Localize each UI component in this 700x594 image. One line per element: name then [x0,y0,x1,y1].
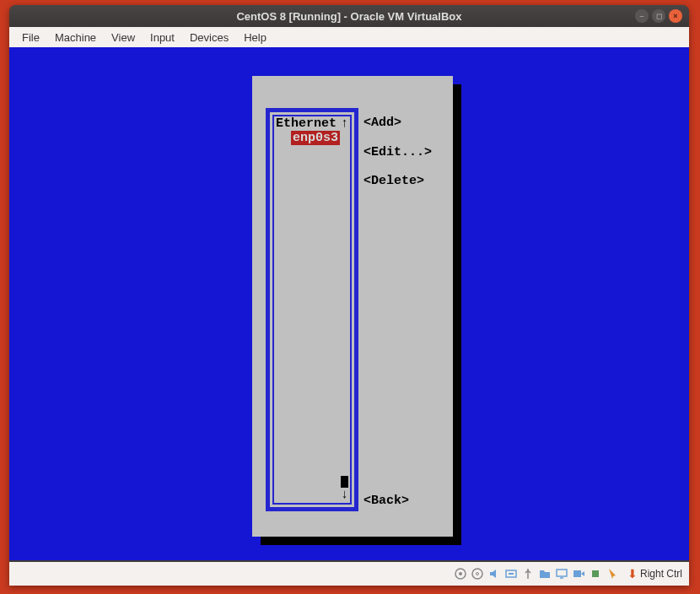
scroll-down-arrow-icon[interactable]: ↓ [341,488,348,502]
svg-point-2 [472,569,482,579]
connection-type-heading: Ethernet [274,116,337,131]
host-key-indicator[interactable]: ⬇ Right Ctrl [627,567,682,580]
scroll-up-arrow-icon[interactable]: ↑ [341,116,350,131]
host-key-arrow-icon: ⬇ [627,567,638,580]
window-titlebar: CentOS 8 [Running] - Oracle VM VirtualBo… [9,5,689,27]
optical-icon[interactable] [471,567,485,581]
display-icon[interactable] [555,567,569,581]
shared-folder-icon[interactable] [538,567,552,581]
nmtui-dialog: Ethernet ↑ enp0s3 ↓ <Add> <Edit...> <Del… [252,76,453,537]
svg-rect-5 [509,573,514,575]
minimize-icon[interactable]: – [635,9,649,23]
maximize-icon[interactable]: ◻ [652,9,665,23]
menu-view[interactable]: View [104,29,143,46]
connection-list-frame: Ethernet ↑ enp0s3 ↓ [266,108,358,511]
host-key-label: Right Ctrl [640,568,682,580]
mouse-integration-icon[interactable] [606,567,620,581]
svg-rect-6 [557,570,567,576]
back-button[interactable]: <Back> [363,494,409,508]
add-button[interactable]: <Add> [363,116,432,131]
scrollbar-thumb[interactable] [341,476,348,488]
audio-icon[interactable] [487,567,502,581]
usb-icon[interactable] [521,567,536,581]
statusbar: ⬇ Right Ctrl [9,562,689,586]
menu-file[interactable]: File [14,29,47,46]
menu-help[interactable]: Help [236,29,274,46]
menubar: File Machine View Input Devices Help [9,27,689,47]
svg-rect-8 [592,570,599,577]
network-icon[interactable] [504,567,519,581]
close-icon[interactable]: × [669,9,682,23]
svg-rect-7 [573,570,581,577]
edit-button[interactable]: <Edit...> [363,146,432,160]
svg-point-1 [459,572,462,575]
delete-button[interactable]: <Delete> [363,175,432,189]
svg-point-3 [477,573,479,575]
vm-display: Ethernet ↑ enp0s3 ↓ <Add> <Edit...> <Del… [9,47,689,560]
window-title: CentOS 8 [Running] - Oracle VM VirtualBo… [236,10,461,23]
connection-item-selected[interactable]: enp0s3 [291,131,340,145]
cpu-icon[interactable] [589,567,603,581]
action-buttons: <Add> <Edit...> <Delete> [363,116,432,204]
virtualbox-window: CentOS 8 [Running] - Oracle VM VirtualBo… [9,5,689,586]
connection-list[interactable]: Ethernet ↑ enp0s3 ↓ [272,115,352,505]
menu-devices[interactable]: Devices [182,29,236,46]
menu-input[interactable]: Input [143,29,182,46]
harddisk-icon[interactable] [454,567,468,581]
recording-icon[interactable] [572,567,586,581]
menu-machine[interactable]: Machine [47,29,104,46]
